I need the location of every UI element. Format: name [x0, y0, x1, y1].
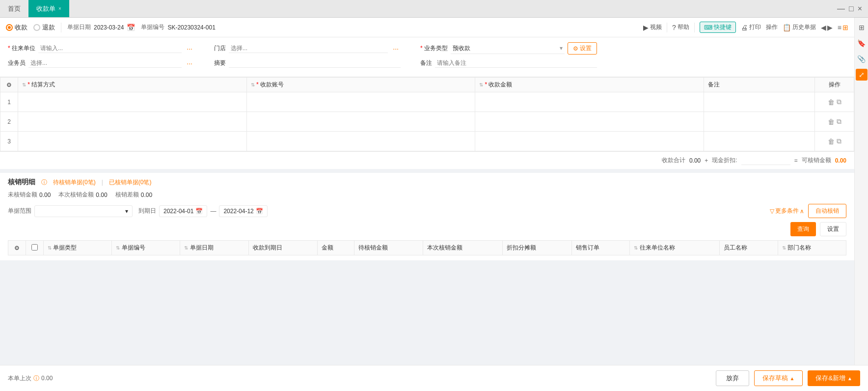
copy-icon-row3[interactable]: ⧉	[837, 137, 841, 145]
th-notes-label: 备注	[708, 81, 720, 88]
th-gear[interactable]: ⚙	[0, 78, 18, 92]
bth-employee: 员工名称	[720, 241, 778, 255]
delete-icon-row1[interactable]: 🗑	[828, 98, 835, 106]
summary-input[interactable]	[229, 58, 401, 68]
bth-discount: 折扣分摊额	[503, 241, 571, 255]
bth-due-date: 收款到期日	[248, 241, 317, 255]
business-type-value: 预收款	[453, 44, 560, 53]
sidebar-icon-expand[interactable]: ⤢	[856, 69, 868, 81]
table-settings-btn[interactable]: 设置	[820, 222, 846, 236]
bth-gear[interactable]: ⚙	[8, 241, 26, 255]
counterparty-input[interactable]	[38, 44, 182, 53]
form-area: 往来单位 ··· 门店 ··· 业务类型 预收款 ▾ ⚙ 设置	[0, 37, 854, 77]
layout-grid-icon[interactable]: ⊞	[842, 24, 848, 31]
chevron-up-icon: ∧	[800, 208, 804, 215]
date-to-input[interactable]: 2022-04-12 📅	[219, 205, 267, 217]
auto-verify-btn[interactable]: 自动核销	[808, 204, 846, 218]
close-icon[interactable]: ×	[858, 4, 862, 13]
date-from-input[interactable]: 2022-04-01 📅	[159, 205, 207, 217]
row-2-settlement[interactable]	[18, 112, 247, 132]
discount-input[interactable]	[741, 156, 790, 165]
th-operation: 操作	[815, 78, 854, 92]
tab-bar: 首页 收款单 × — □ ×	[0, 0, 868, 18]
table-row: 1 🗑 ⧉	[0, 92, 854, 112]
completed-tab[interactable]: 已核销单据(0笔)	[109, 178, 152, 187]
arrow-left-icon[interactable]: ◀	[821, 24, 826, 31]
radio-dot-shoukuan	[6, 24, 13, 31]
bth-bill-date-label: 单据日期	[190, 244, 214, 251]
counterparty-more-btn[interactable]: ···	[185, 45, 194, 53]
th-account: ⇅ * 收款账号	[246, 78, 475, 92]
main-table: ⚙ ⇅ * 结算方式 ⇅ * 收款账号 ⇅ * 收款	[0, 77, 854, 151]
salesperson-more-btn[interactable]: ···	[185, 59, 194, 67]
tab-close-icon[interactable]: ×	[58, 6, 61, 11]
video-label: 视频	[650, 23, 662, 31]
delete-icon-row3[interactable]: 🗑	[828, 138, 835, 145]
layout-list-icon[interactable]: ≡	[838, 24, 841, 31]
total-value: 0.00	[689, 157, 701, 164]
minimize-icon[interactable]: —	[837, 4, 845, 13]
query-btn[interactable]: 查询	[790, 222, 816, 236]
help-btn[interactable]: ? 帮助	[672, 23, 689, 31]
unverified-label: 未核销金额	[8, 191, 37, 199]
arrow-right-icon[interactable]: ▶	[827, 24, 833, 31]
calendar-icon[interactable]: 📅	[127, 24, 135, 31]
select-all-checkbox[interactable]	[31, 244, 38, 251]
form-row-1: 往来单位 ··· 门店 ··· 业务类型 预收款 ▾ ⚙ 设置	[8, 42, 846, 55]
delete-icon-row2[interactable]: 🗑	[828, 118, 835, 126]
sidebar-icon-bookmark[interactable]: 🔖	[856, 37, 868, 49]
bth-bill-type: ⇅ 单据类型	[44, 241, 112, 255]
row-3-amount[interactable]	[475, 132, 704, 151]
notes-input[interactable]	[435, 58, 597, 68]
kuaijian-icon: ⌨	[704, 24, 712, 31]
th-settlement-label: 结算方式	[31, 81, 55, 88]
due-date-filter: 到期日 2022-04-01 📅 — 2022-04-12 📅	[138, 205, 268, 217]
toolbar-arrows: ◀ ▶	[821, 24, 833, 31]
more-conditions-btn[interactable]: ▽ 更多条件 ∧	[770, 207, 804, 215]
range-select[interactable]: ▾	[34, 205, 133, 217]
range-dropdown-icon: ▾	[125, 208, 128, 215]
copy-icon-row2[interactable]: ⧉	[837, 117, 841, 126]
video-btn[interactable]: ▶ 视频	[643, 23, 662, 31]
equals-sign: =	[794, 157, 798, 164]
radio-shoukuan[interactable]: 收款	[6, 23, 27, 32]
sidebar-icon-table[interactable]: ⊞	[856, 22, 868, 33]
row-1-account[interactable]	[246, 92, 475, 112]
row-2-account[interactable]	[246, 112, 475, 132]
filter-icon: ▽	[770, 208, 774, 215]
tab-home[interactable]: 首页	[0, 0, 28, 17]
sidebar-icon-attachment[interactable]: 📎	[856, 53, 868, 65]
more-conditions-label: 更多条件	[775, 207, 799, 215]
row-2-amount[interactable]	[475, 112, 704, 132]
verify-info-icon[interactable]: ⓘ	[41, 178, 47, 187]
row-3-account[interactable]	[246, 132, 475, 151]
date-to-value: 2022-04-12	[223, 208, 253, 215]
business-type-select[interactable]: 预收款 ▾	[451, 43, 565, 54]
print-btn[interactable]: 🖨 打印	[741, 23, 761, 31]
kuaijian-btn[interactable]: ⌨ 快捷键	[700, 22, 736, 33]
pending-tab[interactable]: 待核销单据(0笔)	[53, 178, 96, 187]
radio-tuikuan[interactable]: 退款	[33, 23, 55, 32]
history-btn[interactable]: 📋 历史单据	[783, 23, 816, 31]
row-3-notes[interactable]	[704, 132, 814, 151]
operation-btn[interactable]: 操作	[766, 23, 778, 31]
row-2-notes[interactable]	[704, 112, 814, 132]
operation-label: 操作	[766, 23, 778, 31]
row-1-amount[interactable]	[475, 92, 704, 112]
store-more-btn[interactable]: ···	[391, 45, 401, 53]
settings-button[interactable]: ⚙ 设置	[568, 42, 597, 55]
row-1-notes[interactable]	[704, 92, 814, 112]
copy-icon-row1[interactable]: ⧉	[837, 98, 841, 106]
store-input[interactable]	[229, 44, 388, 53]
row-3-settlement[interactable]	[18, 132, 247, 151]
maximize-icon[interactable]: □	[849, 4, 854, 13]
salesperson-field: 业务员 ···	[8, 58, 194, 68]
tab-current[interactable]: 收款单 ×	[28, 0, 69, 17]
date-field-group: 单据日期 2023-03-24 📅	[67, 23, 135, 31]
unverified-value: 0.00	[39, 192, 51, 198]
bth-counterparty: ⇅ 往来单位名称	[630, 241, 720, 255]
radio-dot-tuikuan	[33, 24, 40, 31]
no-label: 单据编号	[141, 23, 164, 31]
row-1-settlement[interactable]	[18, 92, 247, 112]
salesperson-input[interactable]	[28, 58, 182, 68]
